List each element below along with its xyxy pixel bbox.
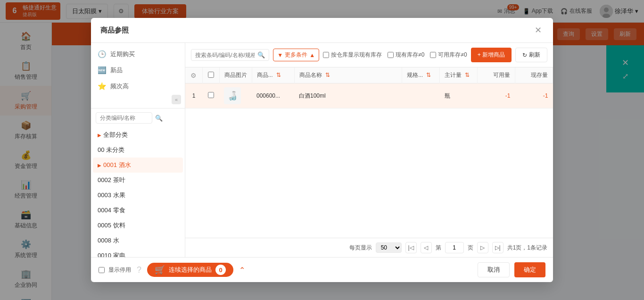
row-img: 🍶 [219, 83, 252, 108]
cart-label: 连续选择的商品 [169, 266, 212, 274]
confirm-btn[interactable]: 确定 [514, 262, 545, 277]
category-0004[interactable]: 0004 零食 [93, 203, 183, 218]
product-table-wrap: ⚙ 商品图片 商品... ⇅ [185, 67, 553, 238]
total-info: 共1页，1条记录 [507, 244, 547, 252]
cancel-btn[interactable]: 取消 [478, 262, 510, 277]
first-page-btn[interactable]: |◁ [405, 242, 417, 253]
star-icon: ⭐ [98, 82, 107, 91]
category-00[interactable]: 00 未分类 [93, 142, 183, 158]
search-icon[interactable]: 🔍 [257, 51, 265, 58]
new-icon: 🆕 [98, 66, 107, 75]
triangle-icon: ▶ [98, 133, 101, 138]
checkbox-stock-ne0[interactable]: 现有库存≠0 [388, 51, 424, 59]
pagination-bar: 每页显示 50 10 20 100 |◁ ◁ 第 页 ▷ ▷| 共1页，1条记录 [185, 238, 553, 257]
nav-new[interactable]: 🆕 新品 [93, 63, 183, 78]
collapse-footer-icon[interactable]: ⌃ [239, 266, 245, 275]
checkbox-warehouse[interactable]: 按仓库显示现有库存 [323, 51, 382, 59]
th-name[interactable]: 商品名称 ⇅ [294, 67, 402, 83]
search-bar: 🔍 ▼ 更多条件 ▲ 按仓库显示现有库存 现 [185, 43, 553, 67]
nav-recent[interactable]: 🕒 近期购买 [93, 47, 183, 62]
page-input[interactable] [445, 242, 464, 253]
sort-unit-icon: ⇅ [465, 72, 470, 78]
category-0008[interactable]: 0008 水 [93, 233, 183, 248]
category-all[interactable]: ▶ 全部分类 [93, 127, 183, 142]
prev-page-btn[interactable]: ◁ [421, 242, 432, 253]
th-checkbox [202, 67, 219, 83]
category-0010-label: 0010 家电 [98, 251, 125, 257]
right-panel: 🔍 ▼ 更多条件 ▲ 按仓库显示现有库存 现 [185, 43, 553, 257]
next-page-btn[interactable]: ▷ [477, 242, 488, 253]
footer-buttons: 取消 确定 [478, 262, 545, 277]
product-dialog: 商品参照 ✕ 🕒 近期购买 🆕 新品 ⭐ 频次高 [91, 18, 553, 282]
nav-frequent-label: 频次高 [110, 82, 129, 91]
left-panel-nav: 🕒 近期购买 🆕 新品 ⭐ 频次高 « [91, 47, 185, 108]
sort-spec-icon: ⇅ [426, 72, 431, 78]
th-unit[interactable]: 主计量 ⇅ [440, 67, 478, 83]
category-0010[interactable]: 0010 家电 [93, 248, 183, 257]
checkbox-avail-ne0-input[interactable] [430, 52, 436, 58]
product-table: ⚙ 商品图片 商品... ⇅ [185, 67, 553, 108]
category-0003-label: 0003 水果 [98, 191, 125, 200]
category-0001[interactable]: ▶ 0001 酒水 [93, 158, 183, 173]
filter-icon: ▼ [277, 52, 283, 58]
help-icon[interactable]: ? [137, 265, 141, 275]
triangle-active-icon: ▶ [98, 163, 101, 168]
th-img: 商品图片 [219, 67, 252, 83]
row-code: 000600... [252, 83, 294, 108]
show-disabled-checkbox[interactable] [99, 267, 105, 273]
category-0002-label: 0002 茶叶 [98, 176, 125, 184]
category-0003[interactable]: 0003 水果 [93, 188, 183, 203]
checkbox-stock-ne0-input[interactable] [388, 52, 394, 58]
th-spec[interactable]: 规格... ⇅ [402, 67, 440, 83]
left-panel: 🕒 近期购买 🆕 新品 ⭐ 频次高 « [91, 43, 185, 257]
dialog-title: 商品参照 [100, 26, 129, 35]
category-list: ▶ 全部分类 00 未分类 ▶ 0001 酒水 0002 茶叶 0003 水果 [91, 127, 185, 257]
category-search-icon[interactable]: 🔍 [155, 115, 163, 122]
dialog-header: 商品参照 ✕ [91, 18, 553, 43]
chevron-up-icon: ▲ [309, 52, 315, 58]
cart-icon: 🛒 [155, 265, 165, 275]
table-row[interactable]: 1 🍶 000600... 白酒100ml 瓶 [185, 83, 553, 108]
category-0001-label: 0001 酒水 [103, 161, 131, 169]
row-checkbox[interactable] [202, 83, 219, 108]
nav-recent-label: 近期购买 [110, 50, 135, 58]
dialog-close-btn[interactable]: ✕ [532, 25, 544, 36]
show-disabled-label[interactable]: 显示停用 [99, 266, 131, 274]
nav-frequent[interactable]: ⭐ 频次高 [93, 79, 183, 94]
dialog-footer: 显示停用 ? 🛒 连续选择的商品 0 ⌃ 取消 确定 [91, 257, 553, 282]
collapse-left-btn[interactable]: « [172, 95, 181, 104]
refresh-icon: ↻ [522, 52, 527, 58]
category-0002[interactable]: 0002 茶叶 [93, 173, 183, 188]
checkbox-avail-ne0[interactable]: 可用库存≠0 [430, 51, 467, 59]
sort-code-icon: ⇅ [276, 72, 281, 78]
th-avail: 可用量 [478, 67, 515, 83]
dialog-body: 🕒 近期购买 🆕 新品 ⭐ 频次高 « [91, 43, 553, 257]
clock-icon: 🕒 [98, 50, 107, 58]
row-name: 白酒100ml [294, 83, 402, 108]
product-search-input[interactable] [195, 52, 255, 58]
checkbox-group: 按仓库显示现有库存 现有库存≠0 可用库存≠0 [323, 51, 467, 59]
category-search: 🔍 [91, 112, 185, 127]
dialog-overlay: 商品参照 ✕ 🕒 近期购买 🆕 新品 ⭐ 频次高 [0, 0, 644, 300]
page-size-label: 每页显示 [349, 244, 372, 252]
select-all-checkbox[interactable] [208, 72, 214, 78]
page-size-select[interactable]: 50 10 20 100 [376, 242, 402, 253]
cart-count: 0 [215, 265, 226, 275]
row-stock: -1 [515, 83, 553, 108]
refresh-btn[interactable]: ↻ 刷新 [515, 48, 547, 62]
category-0005-label: 0005 饮料 [98, 221, 125, 230]
sort-name-icon: ⇅ [325, 72, 330, 78]
th-code[interactable]: 商品... ⇅ [252, 67, 294, 83]
row-spec [402, 83, 440, 108]
category-0005[interactable]: 0005 饮料 [93, 218, 183, 233]
checkbox-warehouse-input[interactable] [323, 52, 329, 58]
add-product-btn[interactable]: + 新增商品 [471, 48, 512, 62]
cart-area[interactable]: 🛒 连续选择的商品 0 [147, 263, 233, 277]
product-image: 🍶 [224, 87, 241, 104]
th-stock: 现存量 [515, 67, 553, 83]
last-page-btn[interactable]: ▷| [492, 242, 504, 253]
category-00-label: 00 未分类 [98, 146, 124, 154]
page-label: 第 [436, 244, 441, 252]
category-search-input[interactable] [96, 112, 152, 124]
filter-more-btn[interactable]: ▼ 更多条件 ▲ [273, 49, 319, 61]
